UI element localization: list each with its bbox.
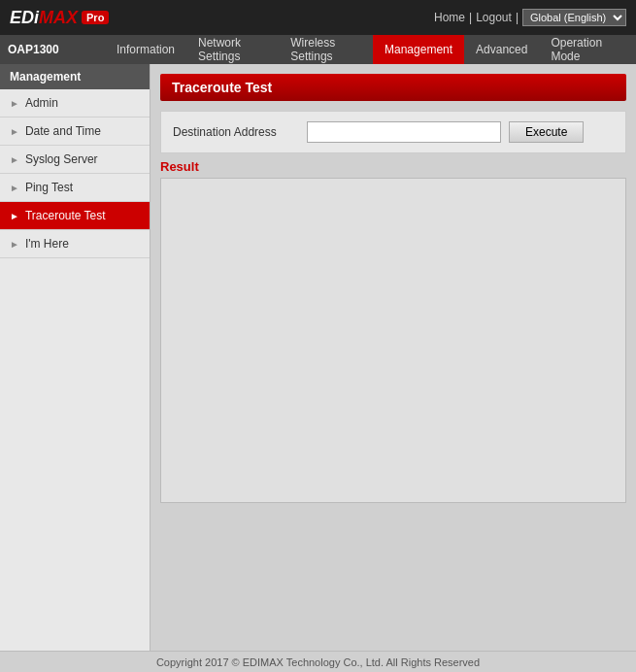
main: Management ► Admin ► Date and Time ► Sys… <box>0 64 636 651</box>
navbar: OAP1300 Information Network Settings Wir… <box>0 35 636 64</box>
footer-text: Copyright 2017 © EDIMAX Technology Co., … <box>156 656 480 668</box>
nav-advanced[interactable]: Advanced <box>464 35 539 64</box>
form-section: Destination Address Execute <box>160 111 626 153</box>
sidebar-label-admin: Admin <box>25 96 58 110</box>
destination-label: Destination Address <box>173 125 299 139</box>
header-links: Home | Logout | Global (English) <box>434 9 626 26</box>
content-area: Traceroute Test Destination Address Exec… <box>151 64 636 651</box>
chevron-right-icon: ► <box>10 154 19 165</box>
sidebar-label-datetime: Date and Time <box>25 124 101 138</box>
nav-operation-mode[interactable]: Operation Mode <box>539 35 628 64</box>
result-box <box>160 178 626 503</box>
chevron-right-icon-active: ► <box>10 211 19 221</box>
logo: EDiMAX Pro <box>10 8 109 28</box>
sidebar-item-syslog[interactable]: ► Syslog Server <box>0 146 150 174</box>
sidebar-label-imhere: I'm Here <box>25 237 69 251</box>
language-select[interactable]: Global (English) <box>522 9 626 26</box>
destination-row: Destination Address Execute <box>173 121 614 143</box>
header: EDiMAX Pro Home | Logout | Global (Engli… <box>0 0 636 35</box>
logout-link[interactable]: Logout <box>476 11 512 24</box>
chevron-right-icon: ► <box>10 183 19 193</box>
sidebar-item-traceroute[interactable]: ► Traceroute Test <box>0 202 150 230</box>
separator1: | <box>469 11 472 24</box>
nav-management[interactable]: Management <box>373 35 464 64</box>
sidebar-label-ping: Ping Test <box>25 181 73 194</box>
sidebar-label-traceroute: Traceroute Test <box>25 209 106 222</box>
chevron-right-icon: ► <box>10 239 19 250</box>
page-title: Traceroute Test <box>160 74 626 101</box>
nav-information[interactable]: Information <box>105 35 186 64</box>
logo-pro: Pro <box>82 11 109 24</box>
separator2: | <box>516 11 519 24</box>
sidebar-item-ping[interactable]: ► Ping Test <box>0 174 150 202</box>
footer: Copyright 2017 © EDIMAX Technology Co., … <box>0 651 636 672</box>
logo-edimax: EDiMAX <box>10 8 78 28</box>
home-link[interactable]: Home <box>434 11 465 24</box>
chevron-right-icon: ► <box>10 126 19 137</box>
nav-network-settings[interactable]: Network Settings <box>186 35 279 64</box>
sidebar-label-syslog: Syslog Server <box>25 152 98 166</box>
sidebar: Management ► Admin ► Date and Time ► Sys… <box>0 64 151 651</box>
sidebar-item-admin[interactable]: ► Admin <box>0 89 150 118</box>
nav-wireless-settings[interactable]: Wireless Settings <box>279 35 373 64</box>
sidebar-title: Management <box>0 64 150 89</box>
sidebar-item-imhere[interactable]: ► I'm Here <box>0 230 150 258</box>
execute-button[interactable]: Execute <box>509 121 584 143</box>
destination-input[interactable] <box>307 121 501 143</box>
chevron-right-icon: ► <box>10 98 19 109</box>
device-name: OAP1300 <box>8 43 85 56</box>
result-label: Result <box>160 159 626 174</box>
sidebar-item-datetime[interactable]: ► Date and Time <box>0 118 150 146</box>
